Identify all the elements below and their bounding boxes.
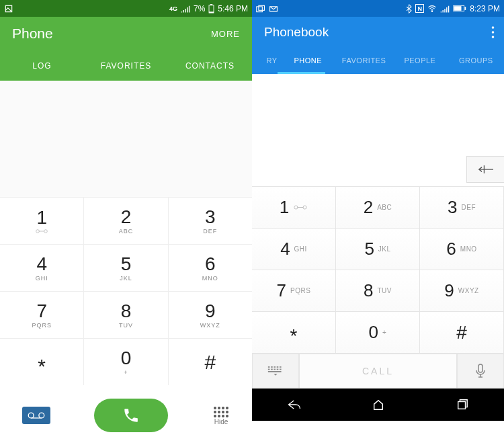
clock: 5:46 PM — [218, 4, 248, 13]
header: Phonebook — [252, 17, 504, 47]
app-title: Phonebook — [264, 25, 329, 40]
svg-rect-40 — [458, 402, 465, 409]
svg-rect-30 — [268, 369, 270, 370]
svg-rect-31 — [271, 369, 273, 370]
svg-point-18 — [492, 36, 495, 38]
key-star[interactable]: * — [252, 311, 336, 354]
tab-groups[interactable]: GROUPS — [448, 47, 504, 74]
wifi-icon — [427, 5, 437, 13]
phone-right: N 8:23 PM Phonebook RY PHONE — [252, 0, 504, 447]
key-2[interactable]: 2ABC — [335, 186, 420, 229]
svg-rect-3 — [209, 11, 214, 13]
key-2[interactable]: 2ABC — [83, 198, 167, 244]
key-1[interactable]: 1 — [0, 198, 83, 244]
statusbar: 4G 7% 5:46 PM — [0, 0, 252, 17]
svg-point-17 — [492, 31, 495, 34]
call-button[interactable]: CALL — [299, 354, 457, 389]
signal-icon — [440, 5, 450, 13]
voicemail-button[interactable] — [22, 407, 50, 424]
svg-rect-25 — [268, 366, 270, 368]
key-8[interactable]: 8TUV — [83, 292, 167, 338]
key-hash[interactable]: # — [168, 339, 252, 385]
tab-indicator — [278, 72, 325, 74]
key-7[interactable]: 7PQRS — [0, 292, 83, 338]
tab-phone[interactable]: PHONE — [280, 47, 336, 74]
key-0[interactable]: 0+ — [335, 311, 420, 354]
key-6[interactable]: 6MNO — [168, 245, 252, 291]
svg-rect-37 — [478, 364, 482, 372]
number-display — [252, 74, 504, 187]
svg-rect-10 — [257, 6, 263, 11]
key-3[interactable]: 3DEF — [419, 186, 504, 229]
hide-label: Hide — [214, 418, 228, 425]
svg-rect-26 — [271, 366, 273, 368]
key-3[interactable]: 3DEF — [168, 198, 252, 244]
key-5[interactable]: 5JKL — [83, 245, 167, 291]
overflow-menu-button[interactable] — [491, 26, 495, 38]
svg-point-5 — [44, 229, 48, 233]
clock: 8:23 PM — [470, 4, 500, 13]
hide-keypad-button[interactable]: Hide — [212, 406, 230, 425]
tab-favorites[interactable]: FAVORITES — [336, 47, 392, 74]
network-4g-icon: 4G — [169, 5, 177, 12]
keypad: 1 2ABC 3DEF 4GHI 5JKL 6MNO 7PQRS 8TUV 9W… — [0, 197, 252, 385]
number-display — [0, 81, 252, 197]
key-0[interactable]: 0+ — [83, 339, 167, 385]
key-star[interactable]: * — [0, 339, 83, 385]
tab-log[interactable]: LOG — [0, 50, 84, 81]
nav-home-button[interactable] — [336, 389, 420, 421]
svg-point-22 — [294, 206, 298, 209]
svg-rect-27 — [274, 366, 276, 368]
screenshot-icon — [4, 4, 13, 13]
signal-icon — [181, 5, 190, 13]
key-9[interactable]: 9WXYZ — [168, 292, 252, 338]
nav-back-button[interactable] — [252, 389, 336, 421]
phone-left: 4G 7% 5:46 PM Phone MORE LOG FAVORITES C… — [0, 0, 252, 447]
call-row: CALL — [252, 354, 504, 389]
battery-icon — [453, 5, 466, 12]
key-6[interactable]: 6MNO — [419, 228, 504, 270]
voice-dial-button[interactable] — [457, 354, 504, 389]
statusbar: N 8:23 PM — [252, 0, 504, 17]
key-hash[interactable]: # — [419, 311, 504, 354]
call-button[interactable] — [94, 399, 168, 432]
svg-rect-14 — [465, 7, 466, 10]
svg-point-16 — [492, 26, 495, 29]
svg-point-12 — [432, 11, 433, 11]
tab-contacts[interactable]: CONTACTS — [168, 50, 252, 81]
key-9[interactable]: 9WXYZ — [419, 270, 504, 312]
svg-marker-36 — [274, 374, 277, 376]
svg-point-8 — [39, 413, 44, 418]
backspace-button[interactable] — [466, 156, 504, 183]
svg-point-7 — [28, 413, 34, 418]
tab-history-cut[interactable]: RY — [252, 47, 280, 74]
tabs: RY PHONE FAVORITES PEOPLE GROUPS — [252, 47, 504, 74]
key-4[interactable]: 4GHI — [252, 228, 336, 270]
svg-rect-29 — [280, 366, 282, 368]
keypad: 1 2ABC 3DEF 4GHI 5JKL 6MNO 7PQRS 8TUV 9W… — [252, 187, 504, 354]
key-5[interactable]: 5JKL — [335, 228, 420, 270]
android-nav-bar — [252, 389, 504, 421]
app-title: Phone — [12, 26, 53, 42]
nfc-icon: N — [415, 4, 424, 13]
hide-keypad-button[interactable] — [252, 354, 299, 389]
tabs: LOG FAVORITES CONTACTS — [0, 50, 252, 81]
svg-point-4 — [36, 229, 40, 233]
key-8[interactable]: 8TUV — [335, 270, 420, 312]
nav-recent-button[interactable] — [420, 389, 504, 421]
svg-rect-34 — [280, 369, 282, 370]
key-4[interactable]: 4GHI — [0, 245, 83, 291]
key-7[interactable]: 7PQRS — [252, 270, 336, 312]
keypad-icon — [212, 406, 230, 418]
mail-icon — [269, 5, 278, 13]
battery-icon — [208, 4, 214, 13]
battery-pct: 7% — [194, 4, 205, 13]
key-1[interactable]: 1 — [252, 186, 336, 229]
multiwindow-icon — [256, 5, 265, 13]
action-row: Hide — [0, 385, 252, 446]
svg-rect-2 — [210, 4, 213, 5]
more-button[interactable]: MORE — [211, 29, 240, 39]
tab-favorites[interactable]: FAVORITES — [84, 50, 168, 81]
svg-rect-33 — [277, 369, 279, 370]
tab-people[interactable]: PEOPLE — [392, 47, 448, 74]
